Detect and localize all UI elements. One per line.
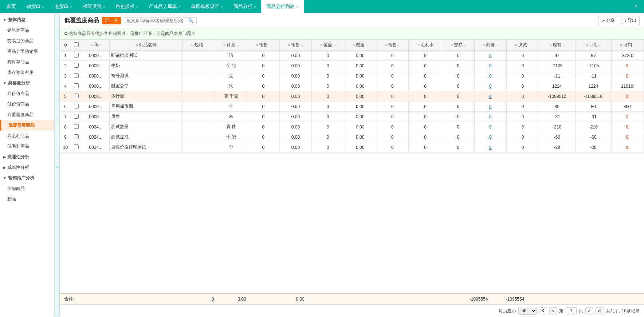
settings-icon[interactable]: ⚙ [63, 43, 67, 48]
nav-template-close[interactable]: × [221, 4, 223, 9]
sidebar-item-capital[interactable]: 库存资金占用 [0, 67, 54, 78]
select-all-checkbox[interactable] [74, 42, 79, 47]
cell-checkbox[interactable] [71, 132, 82, 142]
nav-sales-close[interactable]: × [42, 4, 44, 9]
nav-purchase-close[interactable]: × [70, 4, 72, 9]
nav-roles-close[interactable]: × [136, 4, 138, 9]
cell-view1[interactable]: 0 [474, 51, 507, 61]
sidebar-collapse-button[interactable]: 《 [55, 13, 60, 317]
cell-view1[interactable]: 0 [474, 122, 507, 132]
section-arrow-growth: ▶ [3, 166, 6, 170]
col-checkbox[interactable] [71, 40, 82, 51]
cell-checkbox[interactable] [71, 122, 82, 132]
cell-sales-amt: 0.00 [279, 71, 312, 81]
sidebar-item-category-rate[interactable]: 商品分类动销率 [0, 46, 54, 57]
cell-view1[interactable]: 0 [474, 91, 507, 102]
sidebar-section-overview[interactable]: ▼ 整体信息 [0, 15, 54, 25]
row-checkbox[interactable] [74, 63, 79, 68]
row-checkbox[interactable] [74, 124, 79, 129]
sidebar-item-high-value[interactable]: 高价值商品 [0, 88, 54, 99]
cell-view1[interactable]: 0 [474, 102, 507, 112]
nav-product-analysis-list[interactable]: 商品分析列表 × [261, 0, 303, 13]
cell-view1[interactable]: 0 [474, 132, 507, 142]
sidebar-item-sales-goods[interactable]: 销售类商品 [0, 25, 54, 36]
nav-product-analysis-list-close[interactable]: × [296, 4, 298, 9]
cell-sales-amt: 0.00 [279, 61, 312, 71]
cell-view1[interactable]: 0 [474, 81, 507, 91]
cell-checkbox[interactable] [71, 51, 82, 61]
nav-finished-goods[interactable]: 产成品入库单 × [144, 0, 186, 13]
nav-product-analysis-close[interactable]: × [254, 4, 256, 9]
cell-name: 属性价格打印测试 [110, 142, 183, 152]
cell-view1[interactable]: 0 [474, 142, 507, 152]
cell-trade: 0 [442, 71, 474, 81]
sidebar-item-all-goods[interactable]: 全部商品 [0, 183, 54, 194]
cell-sales-amt: 0.00 [279, 81, 312, 91]
nav-template-settings[interactable]: 单据模板设置 × [186, 0, 228, 13]
cell-view1[interactable]: 0 [474, 61, 507, 71]
nav-sales[interactable]: 销货单 × [21, 0, 49, 13]
cell-num: 9 [60, 132, 71, 142]
row-checkbox[interactable] [74, 73, 79, 78]
cell-num: 8 [60, 122, 71, 132]
cell-checkbox[interactable] [71, 81, 82, 91]
page-number-input[interactable] [566, 307, 577, 314]
sidebar-item-traded-goods[interactable]: 交易过的商品 [0, 36, 54, 46]
row-checkbox[interactable] [74, 104, 79, 108]
row-checkbox[interactable] [74, 144, 79, 149]
cell-saleable: 360: [612, 102, 644, 112]
col-settings[interactable]: ⚙ [60, 40, 71, 51]
table-wrapper[interactable]: ⚙ ⇅商... ⇅商品名称 ⇅规格... ⇅计量... ⇅销售... ⇅销售..… [60, 39, 644, 293]
cell-checkbox[interactable] [71, 71, 82, 81]
cell-name: 多计量 [110, 91, 183, 102]
sidebar-item-high-coverage[interactable]: 高覆盖度商品 [0, 110, 54, 120]
sidebar-item-high-margin[interactable]: 高毛利商品 [0, 131, 54, 141]
cell-trade: 0 [442, 91, 474, 102]
row-checkbox[interactable] [74, 53, 79, 58]
sidebar-item-new-goods[interactable]: 新品 [0, 194, 54, 205]
sidebar-item-low-margin[interactable]: 低毛利商品 [0, 141, 54, 152]
nav-product-analysis[interactable]: 商品分析 × [228, 0, 261, 13]
nav-permissions[interactable]: 权限设置 × [78, 0, 110, 13]
cell-spec [182, 102, 215, 112]
nav-permissions-close[interactable]: × [103, 4, 105, 9]
sidebar-section-marketing[interactable]: ▼ 营销推广分析 [0, 173, 54, 183]
cell-view1[interactable]: 0 [474, 112, 507, 122]
cell-spec [182, 132, 215, 142]
search-input[interactable] [126, 18, 188, 23]
footer-values: 0 0.00 0.00 -1095554 -1095554 [198, 297, 644, 302]
share-button[interactable]: ↗ 分享 [598, 16, 618, 25]
window-close-button[interactable]: × [629, 0, 643, 13]
sidebar-item-in-stock[interactable]: 有库存商品 [0, 57, 54, 67]
search-icon[interactable]: 🔍 [188, 18, 194, 23]
cell-checkbox[interactable] [71, 112, 82, 122]
content-area: 低覆盖度商品 近一月 🔍 ↗ 分享 ↓ 导出 ✿ 这些商品只有很少客户购买过，是… [60, 13, 644, 317]
sidebar-item-low-value[interactable]: 低价值商品 [0, 99, 54, 110]
nav-home[interactable]: 首页 [1, 0, 21, 13]
sidebar-section-cluster[interactable]: ▼ 类群量分析 [0, 78, 54, 88]
next-page-button[interactable]: > [585, 307, 593, 314]
table-row: 3 0000... 符号测试 克 0 0.00 0 0.00 0 0 0 0 0… [60, 71, 644, 81]
cell-view1[interactable]: 0 [474, 71, 507, 81]
page-size-select[interactable]: 50 100 200 [518, 307, 537, 315]
sidebar-section-growth[interactable]: ▶ 成长性分析 [0, 162, 54, 173]
row-checkbox[interactable] [74, 114, 79, 119]
nav-roles[interactable]: 角色授权 × [110, 0, 143, 13]
row-checkbox[interactable] [74, 83, 79, 88]
nav-finished-goods-close[interactable]: × [178, 4, 181, 9]
first-page-button[interactable]: K [539, 307, 547, 314]
last-page-button[interactable]: >| [595, 307, 604, 314]
sidebar-item-low-coverage[interactable]: 低覆盖度商品 [0, 120, 54, 131]
period-button[interactable]: 近一月 [102, 17, 121, 24]
nav-purchase[interactable]: 进货单 × [49, 0, 77, 13]
row-checkbox[interactable] [74, 134, 79, 139]
cell-checkbox[interactable] [71, 91, 82, 102]
prev-page-button[interactable]: < [549, 307, 557, 314]
cell-checkbox[interactable] [71, 102, 82, 112]
cell-sales-amt: 0.00 [279, 51, 312, 61]
cell-checkbox[interactable] [71, 61, 82, 71]
row-checkbox[interactable] [74, 94, 79, 98]
cell-checkbox[interactable] [71, 142, 82, 152]
sidebar-section-liquidity[interactable]: ▶ 流通性分析 [0, 152, 54, 162]
export-button[interactable]: ↓ 导出 [621, 16, 640, 25]
